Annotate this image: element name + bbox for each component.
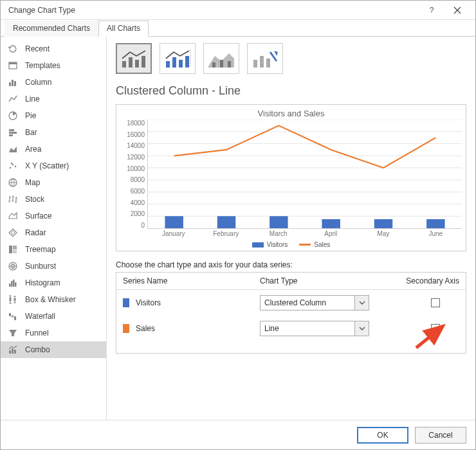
svg-rect-37: [142, 56, 145, 68]
svg-rect-63: [426, 219, 444, 228]
chart-type-dropdown-visitors[interactable]: Clustered Column: [260, 295, 369, 310]
legend-visitors: Visitors: [252, 241, 288, 248]
sidebar-item-label: Map: [25, 178, 40, 187]
sidebar-item-surface[interactable]: Surface: [1, 208, 106, 224]
ok-button[interactable]: OK: [357, 427, 408, 444]
sidebar-item-label: Bar: [25, 128, 37, 137]
funnel-icon: [7, 327, 19, 339]
subtype-stacked-area-column[interactable]: [203, 43, 239, 74]
svg-rect-34: [122, 61, 126, 68]
sidebar-item-column[interactable]: Column: [1, 74, 106, 91]
series-name: Sales: [136, 324, 155, 333]
chevron-down-icon: [354, 296, 369, 310]
series-swatch-visitors: [123, 298, 129, 307]
bar-icon: [7, 127, 19, 138]
map-icon: [7, 177, 19, 188]
svg-rect-16: [9, 246, 12, 253]
sidebar-item-label: Column: [25, 78, 51, 87]
sidebar-item-label: Stock: [25, 195, 44, 204]
sidebar-item-templates[interactable]: Templates: [1, 57, 106, 74]
surface-icon: [7, 210, 19, 222]
sidebar-item-treemap[interactable]: Treemap: [1, 241, 106, 258]
waterfall-icon: [7, 310, 19, 322]
svg-point-10: [12, 164, 14, 166]
svg-rect-43: [212, 62, 215, 68]
sidebar-item-label: Templates: [25, 61, 60, 70]
chart-type-dropdown-sales[interactable]: Line: [260, 321, 369, 336]
sidebar-item-radar[interactable]: Radar: [1, 224, 106, 241]
plot-area: [147, 120, 462, 229]
svg-rect-27: [9, 313, 11, 316]
chart-title: Visitors and Sales: [120, 109, 462, 118]
radar-icon: [7, 227, 19, 239]
svg-rect-35: [129, 57, 133, 68]
svg-rect-7: [9, 132, 17, 134]
clustered-column-line-icon: [120, 47, 148, 70]
chart-preview[interactable]: Visitors and Sales 180001600014000120001…: [116, 104, 466, 251]
chart-legend: Visitors Sales: [120, 241, 462, 248]
sidebar-item-histogram[interactable]: Histogram: [1, 274, 106, 291]
series-hdr-type: Chart Type: [260, 276, 389, 285]
sidebar-item-boxwhisker[interactable]: Box & Whisker: [1, 291, 106, 308]
svg-rect-28: [12, 315, 14, 318]
svg-rect-60: [270, 216, 288, 228]
svg-rect-29: [14, 316, 16, 320]
svg-rect-40: [179, 60, 183, 68]
sidebar-item-area[interactable]: Area: [1, 141, 106, 158]
sidebar-item-waterfall[interactable]: Waterfall: [1, 308, 106, 325]
scatter-icon: [7, 160, 19, 172]
svg-rect-41: [185, 56, 189, 68]
stacked-area-column-icon: [207, 47, 235, 70]
svg-rect-24: [15, 282, 17, 287]
chevron-down-icon: [354, 321, 369, 336]
secondary-axis-checkbox-visitors[interactable]: [431, 298, 440, 307]
histogram-icon: [7, 277, 19, 289]
subtype-custom-combo[interactable]: [247, 43, 283, 74]
annotation-arrow: [410, 320, 455, 352]
sidebar-item-map[interactable]: Map: [1, 174, 106, 191]
svg-rect-58: [165, 216, 183, 228]
close-button[interactable]: [444, 1, 470, 20]
box-whisker-icon: [7, 294, 19, 305]
area-icon: [7, 143, 19, 155]
sidebar-item-line[interactable]: Line: [1, 91, 106, 107]
svg-rect-47: [260, 56, 264, 68]
svg-rect-21: [9, 284, 11, 287]
custom-combo-icon: [251, 47, 279, 70]
cancel-button[interactable]: Cancel: [415, 427, 466, 444]
svg-rect-31: [9, 350, 11, 354]
subtype-clustered-column-line-secondary[interactable]: [160, 43, 196, 74]
sidebar-item-label: Box & Whisker: [25, 295, 76, 304]
svg-point-11: [15, 166, 17, 168]
series-name: Visitors: [136, 298, 161, 307]
sidebar-item-stock[interactable]: Stock: [1, 191, 106, 208]
subtype-clustered-column-line[interactable]: [116, 43, 152, 74]
svg-rect-59: [217, 216, 235, 228]
svg-rect-36: [135, 60, 139, 68]
svg-marker-15: [11, 231, 15, 235]
templates-icon: [7, 60, 19, 71]
svg-rect-18: [13, 250, 17, 253]
svg-rect-17: [13, 246, 17, 249]
svg-rect-44: [220, 60, 223, 68]
sidebar-item-combo[interactable]: Combo: [1, 341, 106, 358]
sidebar-item-pie[interactable]: Pie: [1, 107, 106, 124]
svg-rect-4: [14, 81, 16, 86]
subtype-heading: Clustered Column - Line: [116, 84, 466, 98]
y-axis: 1800016000140001200010000800060004000200…: [120, 120, 147, 229]
sidebar-item-bar[interactable]: Bar: [1, 124, 106, 141]
sidebar-item-sunburst[interactable]: Sunburst: [1, 258, 106, 274]
series-swatch-sales: [123, 324, 129, 333]
svg-rect-33: [14, 350, 16, 354]
sidebar-item-scatter[interactable]: X Y (Scatter): [1, 158, 106, 174]
svg-rect-8: [9, 134, 13, 136]
help-button[interactable]: ?: [419, 1, 444, 20]
sidebar-item-label: Combo: [25, 345, 50, 354]
tab-all-charts[interactable]: All Charts: [98, 21, 149, 37]
sidebar-item-recent[interactable]: Recent: [1, 40, 106, 57]
sidebar-item-funnel[interactable]: Funnel: [1, 325, 106, 341]
svg-rect-1: [9, 62, 17, 64]
tab-recommended[interactable]: Recommended Charts: [5, 21, 98, 37]
sidebar-item-label: Sunburst: [25, 262, 56, 271]
svg-rect-62: [374, 219, 392, 228]
